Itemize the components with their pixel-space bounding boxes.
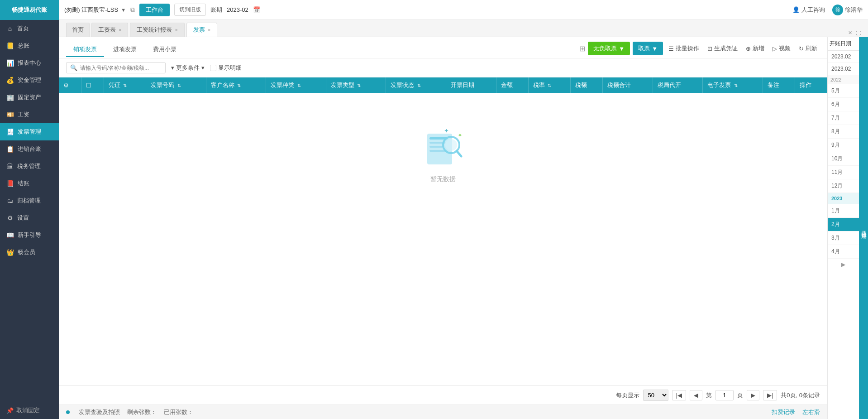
sidebar-item-report[interactable]: 📊 报表中心 bbox=[0, 54, 59, 72]
date-panel-item-10m[interactable]: 10月 bbox=[828, 152, 859, 166]
topbar: (勿删) 江西股宝-LSS ▼ ⧉ 工作台 切到旧版 账期 2023-02 📅 … bbox=[59, 0, 868, 20]
sidebar-item-close[interactable]: 📕 结账 bbox=[0, 175, 59, 192]
date-panel-item-2m[interactable]: 2月 bbox=[828, 218, 859, 231]
date-panel-item-8m[interactable]: 8月 bbox=[828, 125, 859, 139]
settings-icon: ⚙ bbox=[6, 214, 14, 222]
sidebar-item-tax[interactable]: 🏛 税务管理 bbox=[0, 158, 59, 175]
sidebar-item-wage[interactable]: 💴 工资 bbox=[0, 106, 59, 123]
date-panel-item-4m[interactable]: 4月 bbox=[828, 245, 859, 259]
date-panel-item-7m[interactable]: 7月 bbox=[828, 111, 859, 125]
date-panel-item-5m[interactable]: 5月 bbox=[828, 84, 859, 98]
col-check[interactable]: ☐ bbox=[81, 77, 104, 93]
sidebar-item-sales[interactable]: 📋 进销台账 bbox=[0, 140, 59, 158]
batch-op-button[interactable]: ☰ 批量操作 bbox=[666, 42, 702, 55]
sort-icon-customer: ⇅ bbox=[237, 83, 241, 88]
sidebar-item-guide[interactable]: 📖 新手引导 bbox=[0, 226, 59, 244]
tab-wage-stat[interactable]: 工资统计报表 × bbox=[130, 23, 184, 37]
date-panel-item-11m[interactable]: 11月 bbox=[828, 166, 859, 179]
date-panel-item-1[interactable]: 2023.02 bbox=[828, 63, 859, 75]
date-panel-item-0[interactable]: 2023.02 bbox=[828, 51, 859, 63]
sidebar-item-capital[interactable]: 💰 资金管理 bbox=[0, 72, 59, 89]
tab-invoice-close-icon[interactable]: × bbox=[208, 27, 210, 33]
more-filters-button[interactable]: ▾ 更多条件 ▾ bbox=[171, 64, 205, 72]
search-wrap[interactable]: 🔍 bbox=[66, 62, 166, 73]
sidebar-item-assets[interactable]: 🏢 固定资产 bbox=[0, 89, 59, 106]
sort-icon-status: ⇅ bbox=[417, 83, 421, 88]
refresh-button[interactable]: ↻ 刷新 bbox=[796, 42, 820, 55]
sidebar-item-member[interactable]: 👑 畅会员 bbox=[0, 244, 59, 261]
more-filters-label: 更多条件 bbox=[176, 64, 200, 72]
date-panel-open-btn[interactable]: 开账日期 bbox=[859, 37, 868, 419]
sidebar-home-label: 首页 bbox=[17, 24, 29, 33]
workspace-button[interactable]: 工作台 bbox=[139, 4, 170, 16]
date-panel-header: 开账日期 bbox=[828, 37, 859, 51]
tab-expand-button[interactable]: ⛶ bbox=[856, 30, 861, 36]
support-label: 人工咨询 bbox=[801, 6, 825, 14]
col-tax-rate: 税率 ⇅ bbox=[528, 77, 570, 93]
date-panel-collapse[interactable]: ▶ bbox=[828, 259, 859, 270]
date-panel-item-9m[interactable]: 9月 bbox=[828, 139, 859, 152]
page-input[interactable] bbox=[715, 390, 734, 400]
col-settings[interactable]: ⚙ bbox=[59, 77, 81, 93]
tab-home[interactable]: 首页 bbox=[66, 23, 90, 37]
tab-bar: 首页 工资表 × 工资统计报表 × 发票 × ✕ ⛶ bbox=[59, 20, 868, 37]
copy-icon: ⧉ bbox=[130, 6, 135, 14]
take-ticket-button[interactable]: 取票 ▼ bbox=[633, 42, 663, 55]
svg-line-7 bbox=[457, 151, 461, 156]
tab-wage-close-icon[interactable]: × bbox=[119, 27, 121, 33]
tab-close-button[interactable]: ✕ bbox=[848, 30, 852, 36]
page-size-select[interactable]: 50 100 200 bbox=[643, 390, 668, 401]
sidebar-item-home[interactable]: ⌂ 首页 bbox=[0, 20, 59, 37]
search-icon: 🔍 bbox=[70, 64, 77, 71]
sidebar-item-settings[interactable]: ⚙ 设置 bbox=[0, 209, 59, 226]
avatar: 徐 bbox=[832, 5, 843, 15]
search-input[interactable] bbox=[80, 65, 162, 71]
subtab-purchase[interactable]: 进项发票 bbox=[106, 43, 144, 57]
chevron-right-icon: ▶ bbox=[841, 261, 845, 268]
sidebar-archive-label: 归档管理 bbox=[17, 197, 41, 205]
date-panel-item-3m[interactable]: 3月 bbox=[828, 231, 859, 245]
voucher-icon: ⊡ bbox=[707, 45, 712, 52]
date-panel-item-12m[interactable]: 12月 bbox=[828, 179, 859, 193]
sales-icon: 📋 bbox=[6, 145, 14, 153]
support-link[interactable]: 👤 人工咨询 bbox=[792, 6, 825, 14]
empty-illustration: ✦ ✦ bbox=[420, 129, 466, 170]
company-selector[interactable]: (勿删) 江西股宝-LSS ▼ bbox=[64, 6, 126, 14]
tab-invoice[interactable]: 发票 × bbox=[186, 23, 217, 37]
tab-wage[interactable]: 工资表 × bbox=[91, 23, 128, 37]
sidebar-pin[interactable]: 📌 取消固定 bbox=[0, 402, 59, 419]
sidebar-item-ledger[interactable]: 📒 总账 bbox=[0, 37, 59, 54]
page-panel: 销项发票 进项发票 费用小票 ⊞ 无负取票 ▼ 取票 ▼ ☰ 批量操作 bbox=[59, 37, 827, 419]
page-size-label: 每页显示 bbox=[616, 391, 639, 400]
add-record-link[interactable]: 扣费记录 bbox=[772, 408, 795, 416]
subtab-expense[interactable]: 费用小票 bbox=[146, 43, 184, 57]
period-value: 2023-02 bbox=[227, 6, 248, 13]
user-profile[interactable]: 徐 徐溶华 bbox=[832, 5, 863, 15]
date-panel-item-6m[interactable]: 6月 bbox=[828, 98, 859, 111]
sidebar-pin-label: 取消固定 bbox=[16, 406, 40, 414]
switch-version-button[interactable]: 切到旧版 bbox=[174, 4, 206, 16]
refresh-icon: ↻ bbox=[799, 45, 804, 52]
show-detail-checkbox[interactable]: 显示明细 bbox=[210, 64, 242, 72]
left-right-link[interactable]: 左右滑 bbox=[802, 408, 820, 416]
tab-wage-stat-close-icon[interactable]: × bbox=[175, 27, 177, 33]
sidebar-item-invoice[interactable]: 🧾 发票管理 bbox=[0, 123, 59, 140]
page-next-button[interactable]: ▶ bbox=[747, 390, 759, 400]
sidebar-settings-label: 设置 bbox=[17, 214, 29, 222]
support-icon: 👤 bbox=[792, 6, 800, 13]
new-button[interactable]: ⊕ 新增 bbox=[743, 42, 767, 55]
tax-icon: 🏛 bbox=[6, 163, 14, 170]
footer-bar: 发票查验及拍照 剩余张数： 已用张数： 扣费记录 左右滑 bbox=[59, 405, 827, 419]
page-last-button[interactable]: ▶| bbox=[763, 390, 777, 400]
gen-voucher-button[interactable]: ⊡ 生成凭证 bbox=[705, 42, 740, 55]
video-button[interactable]: ▷ 视频 bbox=[770, 42, 793, 55]
grid-icon: ⊞ bbox=[579, 44, 585, 53]
date-panel-item-1m[interactable]: 1月 bbox=[828, 204, 859, 218]
page-prev-button[interactable]: ◀ bbox=[690, 390, 702, 400]
video-icon: ▷ bbox=[773, 45, 777, 52]
page-first-button[interactable]: |◀ bbox=[672, 390, 686, 400]
subtab-sales[interactable]: 销项发票 bbox=[66, 43, 104, 57]
no-deduct-button[interactable]: 无负取票 ▼ bbox=[588, 42, 630, 55]
sidebar-item-archive[interactable]: 🗂 归档管理 bbox=[0, 192, 59, 209]
open-label: 开账日期 bbox=[860, 226, 868, 230]
